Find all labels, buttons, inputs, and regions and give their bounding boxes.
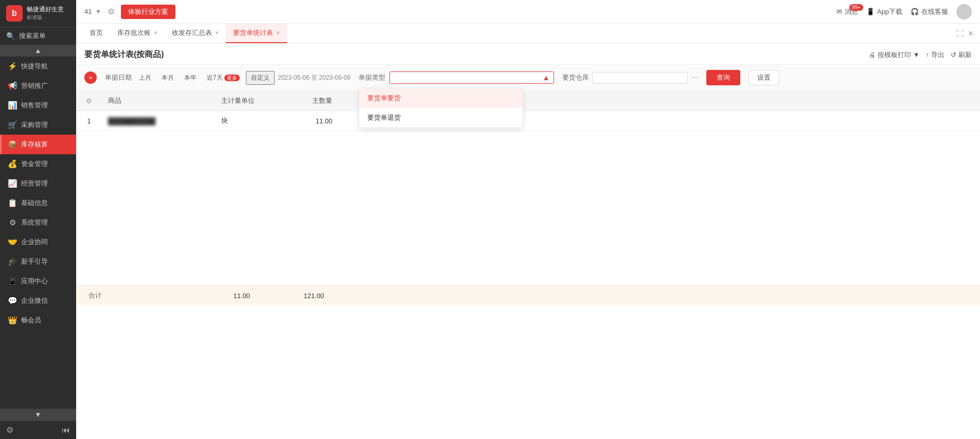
sidebar-item-label: 企业微信 (21, 296, 48, 305)
col-unit: 主计量单位 (215, 91, 277, 111)
sidebar-item-kuaijie[interactable]: ⚡ 快捷导航 (0, 57, 76, 76)
sidebar-logo: b 畅捷通好生意 标准版 (0, 0, 76, 27)
app-download-action[interactable]: 📱 App下载 (866, 7, 902, 16)
sidebar-item-kucun[interactable]: 📦 库存核算 (0, 135, 76, 154)
footer-label: 合计 (82, 291, 201, 300)
page-header: 要货单统计表(按商品) 🖨 按模板打印 ▼ ↑ 导出 ↺ 刷新 (76, 43, 980, 65)
sidebar-item-label: 畅会员 (21, 316, 41, 325)
date-filter-group: 单据日期 上月 本月 本年 近7天 更多 自定义 2023-05-06 至 20… (105, 71, 350, 85)
type-filter-input[interactable] (394, 74, 542, 82)
warehouse-filter-label: 要货仓库 (562, 73, 589, 82)
sidebar-item-jichu[interactable]: 📋 基础信息 (0, 193, 76, 213)
tab-close-shoufacun[interactable]: × (215, 29, 219, 36)
date-more-badge: 更多 (224, 75, 240, 81)
data-table: ⚙ 商品 主计量单位 主数量 零售金额 1 (76, 91, 980, 131)
headset-icon: 🎧 (911, 8, 919, 15)
dropdown-option-yaohuo-dan[interactable]: 要货单要货 (359, 88, 523, 108)
sidebar-item-label: 快捷导航 (21, 62, 48, 71)
export-button[interactable]: ↑ 导出 (926, 50, 945, 60)
message-action[interactable]: ✉ 消息 99+ (836, 7, 858, 16)
tab-yaohuo[interactable]: 要货单统计表 × (226, 24, 287, 43)
table-footer: 合计 11.00 121.00 (76, 285, 980, 305)
tabs-bar: 首页 库存批次账 × 收发存汇总表 × 要货单统计表 × ⛶ ✕ (76, 24, 980, 43)
page-title: 要货单统计表(按商品) (84, 49, 164, 60)
sidebar-item-label: 经营管理 (21, 179, 48, 188)
sidebar-item-caigou[interactable]: 🛒 采购管理 (0, 115, 76, 135)
type-chevron-up-icon[interactable]: ▲ (543, 74, 550, 82)
header-settings-icon[interactable]: ⚙ (108, 7, 115, 16)
expand-filter-button[interactable]: » (84, 71, 97, 84)
date-btn-7days[interactable]: 近7天 更多 (203, 72, 244, 84)
message-icon: ✉ (836, 8, 842, 15)
refresh-label: 刷新 (958, 50, 972, 60)
collapse-icon[interactable]: ⏮ (62, 426, 70, 435)
tab-kucun-pici[interactable]: 库存批次账 × (110, 24, 165, 43)
sidebar-item-yingxiao[interactable]: 📢 营销推广 (0, 76, 76, 96)
sidebar-item-qiye[interactable]: 🤝 企业协同 (0, 232, 76, 252)
sidebar-item-yingyong[interactable]: 📱 应用中心 (0, 271, 76, 291)
wechat-icon: 💬 (8, 296, 17, 305)
sidebar-item-xinshou[interactable]: 🎓 新手引导 (0, 252, 76, 271)
date-btn-custom[interactable]: 自定义 (246, 71, 275, 85)
sidebar-item-label: 系统管理 (21, 218, 48, 227)
refresh-button[interactable]: ↺ 刷新 (951, 50, 972, 60)
type-input-wrap: ▲ (389, 71, 554, 84)
main-area: 41 ▼ ⚙ 体验行业方案 ✉ 消息 99+ 📱 App下载 🎧 在线客服 (76, 0, 980, 439)
sidebar-item-xitong[interactable]: ⚙ 系统管理 (0, 213, 76, 232)
sidebar-item-jingying[interactable]: 📈 经营管理 (0, 174, 76, 193)
date-btn-last-month[interactable]: 上月 (135, 72, 155, 84)
sidebar: b 畅捷通好生意 标准版 🔍 搜索菜单 ▲ ⚡ 快捷导航 📢 营销推广 📊 销售… (0, 0, 76, 439)
sidebar-item-weixin[interactable]: 💬 企业微信 (0, 291, 76, 310)
sidebar-scroll-up[interactable]: ▲ (0, 45, 76, 57)
sidebar-item-zijin[interactable]: 💰 资金管理 (0, 154, 76, 174)
online-service-action[interactable]: 🎧 在线客服 (911, 7, 948, 16)
tab-home[interactable]: 首页 (82, 24, 110, 43)
page-header-actions: 🖨 按模板打印 ▼ ↑ 导出 ↺ 刷新 (869, 50, 972, 60)
store-selector[interactable]: 41 ▼ (84, 8, 101, 15)
header-right: ✉ 消息 99+ 📱 App下载 🎧 在线客服 (836, 4, 972, 20)
tab-close-yaohuo[interactable]: × (276, 29, 280, 36)
chart-icon: 📊 (8, 101, 17, 110)
table-body: 1 ██████████ 块 11.00 121.00 (76, 111, 980, 131)
settings-bottom-icon[interactable]: ⚙ (6, 425, 13, 435)
sidebar-search[interactable]: 🔍 搜索菜单 (0, 27, 76, 45)
table-header-row: ⚙ 商品 主计量单位 主数量 零售金额 (76, 91, 980, 111)
settings-filter-button[interactable]: 设置 (749, 70, 779, 85)
date-btn-this-month[interactable]: 本月 (157, 72, 178, 84)
print-button[interactable]: 🖨 按模板打印 ▼ (869, 50, 920, 60)
tabs-close-icon[interactable]: ✕ (968, 29, 974, 38)
app-logo-icon: b (6, 5, 23, 22)
trending-icon: 📈 (8, 179, 17, 188)
sidebar-item-label: 企业协同 (21, 237, 48, 247)
date-btn-this-year[interactable]: 本年 (180, 72, 201, 84)
table-column-settings-icon[interactable]: ⚙ (86, 97, 92, 105)
tabs-maximize-icon[interactable]: ⛶ (956, 29, 964, 38)
megaphone-icon: 📢 (8, 81, 17, 90)
top-header: 41 ▼ ⚙ 体验行业方案 ✉ 消息 99+ 📱 App下载 🎧 在线客服 (76, 0, 980, 24)
sidebar-item-xiaoshou[interactable]: 📊 销售管理 (0, 96, 76, 115)
user-avatar[interactable] (956, 4, 972, 20)
sidebar-item-huiyuan[interactable]: 👑 畅会员 (0, 310, 76, 330)
tab-close-kucun[interactable]: × (154, 29, 157, 36)
query-button[interactable]: 查询 (706, 70, 740, 85)
col-qty: 主数量 (277, 91, 338, 111)
warehouse-filter-input[interactable] (597, 74, 683, 82)
sidebar-scroll-down[interactable]: ▼ (0, 409, 76, 420)
warehouse-filter-group: 要货仓库 ··· (562, 72, 698, 84)
sidebar-item-label: 新手引导 (21, 257, 48, 266)
online-service-label: 在线客服 (921, 7, 948, 16)
tab-label: 要货单统计表 (233, 28, 273, 38)
sidebar-item-label: 应用中心 (21, 277, 48, 286)
sidebar-item-label: 销售管理 (21, 101, 48, 110)
print-label: 按模板打印 (878, 50, 911, 60)
sidebar-item-label: 库存核算 (21, 140, 48, 149)
tab-label: 收发存汇总表 (172, 28, 212, 38)
warehouse-more-icon[interactable]: ··· (691, 73, 698, 82)
tab-shoufacun[interactable]: 收发存汇总表 × (165, 24, 226, 43)
export-label: 导出 (931, 50, 945, 60)
dropdown-option-tuihuo-dan[interactable]: 要货单退货 (359, 108, 523, 127)
date-range-text: 2023-05-06 至 2023-06-06 (278, 74, 350, 82)
print-chevron-icon: ▼ (913, 51, 920, 59)
app-sub: 标准版 (27, 14, 64, 21)
trial-button[interactable]: 体验行业方案 (121, 5, 175, 19)
